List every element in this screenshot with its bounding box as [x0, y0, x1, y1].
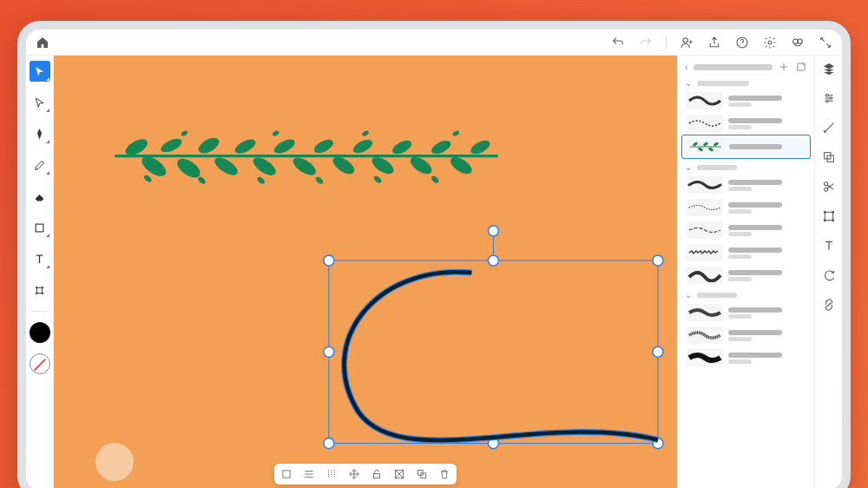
brush-dashed[interactable]: [681, 112, 811, 135]
svg-point-30: [372, 175, 383, 184]
fill-color-chip[interactable]: [30, 322, 50, 343]
stroke-color-chip[interactable]: [30, 353, 50, 374]
link-icon[interactable]: [821, 297, 837, 313]
undo-icon[interactable]: [610, 35, 626, 50]
svg-point-60: [829, 97, 832, 100]
svg-point-23: [430, 138, 453, 157]
settings-icon[interactable]: [762, 35, 778, 50]
type-panel-icon[interactable]: [821, 238, 837, 254]
svg-point-34: [361, 129, 369, 136]
object-icon[interactable]: [821, 208, 837, 224]
share-icon[interactable]: [707, 35, 722, 50]
help-icon[interactable]: [734, 35, 750, 50]
home-icon[interactable]: [35, 35, 50, 50]
svg-point-9: [159, 136, 184, 155]
ctx-lock-icon[interactable]: [370, 467, 384, 481]
canvas[interactable]: [54, 56, 677, 488]
svg-point-3: [793, 39, 798, 43]
svg-rect-47: [283, 471, 290, 478]
svg-rect-50: [418, 470, 423, 475]
panel-import-icon[interactable]: [795, 61, 807, 73]
brush-leaf-pattern[interactable]: [681, 135, 811, 159]
svg-point-31: [430, 175, 440, 184]
combine-icon[interactable]: [821, 149, 837, 165]
svg-point-44: [324, 439, 334, 449]
artwork: [54, 56, 677, 488]
right-toolbar: [814, 56, 842, 488]
svg-point-13: [233, 136, 258, 156]
svg-point-19: [352, 137, 375, 156]
panel-add-icon[interactable]: [778, 61, 790, 73]
fullscreen-icon[interactable]: [818, 35, 833, 50]
ctx-properties-icon[interactable]: [279, 467, 293, 481]
tool-pencil[interactable]: [30, 155, 50, 175]
tool-shape[interactable]: [30, 217, 50, 238]
ctx-move-icon[interactable]: [347, 467, 361, 481]
tool-selection[interactable]: [30, 61, 50, 82]
ctx-arrange-icon[interactable]: [325, 467, 339, 481]
svg-point-57: [708, 147, 714, 152]
tool-eraser[interactable]: [30, 186, 50, 207]
brush-charcoal[interactable]: [681, 301, 811, 324]
invite-user-icon[interactable]: [679, 35, 694, 50]
tool-type[interactable]: [30, 248, 50, 269]
brush-basic-thick[interactable]: [681, 89, 811, 112]
ctx-group-icon[interactable]: [415, 467, 429, 481]
brush-marker[interactable]: [681, 346, 811, 369]
svg-point-70: [832, 220, 833, 221]
redo-icon[interactable]: [638, 35, 654, 50]
svg-point-26: [143, 174, 154, 183]
svg-rect-48: [374, 473, 380, 478]
tool-pen[interactable]: [30, 123, 50, 144]
context-toolbar: [274, 464, 457, 485]
brushes-panel: ‹ ⌄: [677, 56, 814, 488]
svg-point-69: [824, 220, 825, 221]
panel-title: [694, 64, 773, 70]
svg-point-56: [703, 142, 709, 147]
tool-direct-select[interactable]: [30, 92, 50, 113]
precision-icon[interactable]: [821, 120, 837, 135]
svg-point-24: [448, 154, 475, 177]
ctx-mask-icon[interactable]: [392, 467, 406, 481]
svg-point-0: [683, 37, 687, 42]
svg-point-67: [824, 211, 825, 213]
tool-artboard[interactable]: [30, 280, 50, 300]
brush-calligraphy[interactable]: [681, 264, 811, 287]
svg-rect-36: [329, 260, 658, 444]
svg-point-11: [196, 135, 222, 156]
scissors-icon[interactable]: [821, 179, 837, 195]
svg-point-40: [488, 255, 498, 266]
panel-back-icon[interactable]: ‹: [685, 62, 688, 72]
brush-taper[interactable]: [681, 174, 811, 196]
chevron-down-icon[interactable]: ⌄: [685, 162, 692, 172]
svg-point-4: [798, 39, 802, 43]
ctx-delete-icon[interactable]: [437, 467, 451, 481]
svg-point-28: [256, 175, 266, 185]
svg-rect-51: [421, 473, 426, 478]
svg-point-27: [197, 175, 207, 185]
brush-dash-thin[interactable]: [681, 219, 811, 241]
svg-point-29: [314, 175, 325, 185]
layers-icon[interactable]: [821, 61, 837, 76]
svg-point-25: [469, 138, 492, 157]
svg-rect-5: [36, 224, 43, 232]
svg-point-55: [698, 147, 704, 152]
ctx-align-icon[interactable]: [302, 467, 316, 481]
chevron-down-icon[interactable]: ⌄: [685, 78, 692, 88]
svg-point-58: [713, 142, 720, 147]
tool-sidebar: [26, 56, 54, 488]
brush-rough[interactable]: [681, 241, 811, 264]
repeat-icon[interactable]: [821, 267, 837, 283]
tablet-frame: ‹ ⌄: [17, 21, 851, 488]
svg-point-38: [488, 226, 498, 236]
svg-rect-66: [825, 212, 832, 220]
svg-point-42: [324, 346, 334, 357]
svg-point-35: [452, 129, 460, 136]
view-mode-icon[interactable]: [790, 35, 806, 50]
brush-chalk[interactable]: [681, 324, 811, 346]
properties-icon[interactable]: [821, 90, 837, 106]
svg-point-33: [272, 129, 279, 136]
brush-dotted[interactable]: [681, 196, 811, 219]
svg-point-54: [693, 142, 699, 147]
chevron-down-icon[interactable]: ⌄: [685, 290, 692, 300]
